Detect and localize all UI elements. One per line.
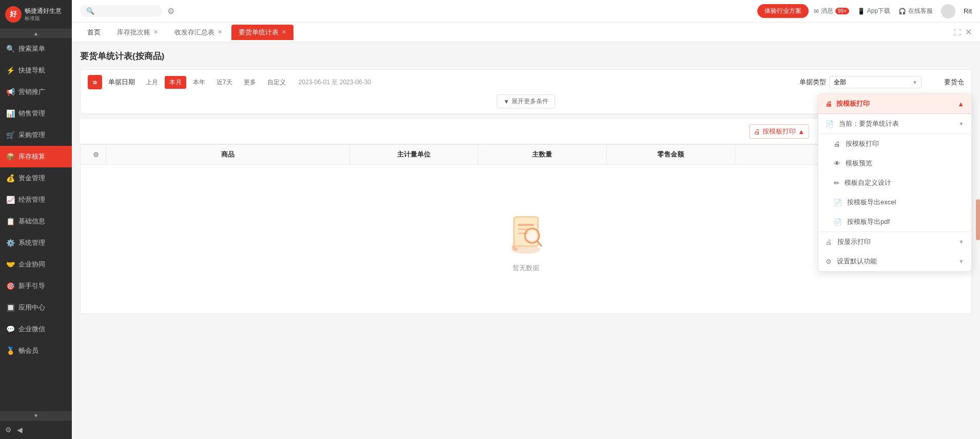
system-icon: ⚙️: [5, 239, 15, 247]
sidebar-item-wechat[interactable]: 💬 企业微信: [0, 318, 72, 340]
topbar: 🔍 ⚙ 体验行业方案 ✉ 消息 99+ 📱 App下载 🎧 在线客服 Rit: [72, 0, 980, 23]
date-btn-prev-month[interactable]: 上月: [141, 76, 163, 89]
expand-more-btn[interactable]: ▼ 展开更多条件: [497, 94, 555, 108]
dropdown-header-label: 按模板打印: [836, 99, 870, 108]
finance-icon: 💰: [5, 174, 15, 182]
topbar-gear-icon[interactable]: ⚙: [167, 6, 174, 16]
date-btn-cur-year[interactable]: 本年: [188, 76, 210, 89]
topbar-search-input[interactable]: [97, 8, 149, 15]
sidebar-item-app-center[interactable]: 🔲 应用中心: [0, 297, 72, 318]
tab-batch-close[interactable]: ✕: [153, 29, 158, 35]
online-service-btn[interactable]: 🎧 在线客服: [898, 7, 933, 15]
type-select[interactable]: 全部 要货单: [829, 76, 922, 88]
empty-icon: [500, 206, 552, 257]
sidebar-item-quick-nav[interactable]: ⚡ 快捷导航: [0, 60, 72, 81]
sidebar-item-label: 营销推广: [18, 87, 45, 97]
dropdown-item-template-design[interactable]: ✏ 模板自定义设计: [818, 173, 971, 193]
messages-badge: 99+: [835, 8, 849, 14]
sidebar-item-search[interactable]: 🔍 搜索菜单: [0, 38, 72, 60]
template-print-label: 按模板打印: [846, 139, 879, 148]
app-name: 畅捷通好生意: [25, 7, 62, 15]
tab-order-close[interactable]: ✕: [282, 29, 286, 35]
basic-icon: 📋: [5, 217, 15, 225]
messages-label: 消息: [821, 7, 833, 15]
filter-toggle-btn[interactable]: »: [88, 75, 102, 89]
app-download-btn[interactable]: 📱 App下载: [857, 7, 890, 15]
tab-close-all-icon[interactable]: ✕: [965, 27, 972, 37]
sidebar-item-marketing[interactable]: 📢 营销推广: [0, 81, 72, 103]
sidebar-item-label: 基础信息: [18, 217, 45, 226]
sidebar-logo: 好 畅捷通好生意 标准版: [0, 0, 72, 29]
sidebar-item-finance[interactable]: 💰 资金管理: [0, 167, 72, 189]
sidebar-scroll-up[interactable]: ▲: [0, 29, 72, 38]
display-print-icon: 🖨: [826, 238, 832, 246]
tab-maximize-icon[interactable]: ⛶: [954, 28, 961, 36]
tab-summary-close[interactable]: ✕: [218, 29, 222, 35]
filter-type-group: 单据类型 全部 要货单: [799, 76, 922, 88]
trial-btn[interactable]: 体验行业方案: [757, 4, 809, 18]
sidebar-item-label: 采购管理: [18, 130, 45, 140]
member-icon: 🏅: [5, 347, 15, 355]
sidebar-item-sales[interactable]: 📊 销售管理: [0, 103, 72, 124]
tab-batch[interactable]: 库存批次账 ✕: [110, 25, 165, 40]
column-settings[interactable]: ⚙: [86, 146, 106, 164]
sidebar-scroll-down[interactable]: ▼: [0, 411, 72, 420]
chevron-down-icon: ▼: [503, 98, 509, 105]
date-btn-7days[interactable]: 近7天: [212, 76, 237, 89]
date-btn-cur-month[interactable]: 本月: [165, 76, 186, 89]
dropdown-current-item[interactable]: 📄 当前：要货单统计表 ▼: [818, 114, 971, 133]
date-btn-group: 上月 本月 本年 近7天 更多 自定义: [141, 76, 290, 89]
user-name: Rit: [964, 7, 972, 15]
tab-batch-label: 库存批次账: [117, 28, 150, 37]
empty-text: 暂无数据: [513, 263, 539, 273]
search-icon: 🔍: [5, 45, 15, 53]
dropdown-display-print[interactable]: 🖨 按显示打印 ▼: [818, 232, 971, 252]
tab-summary[interactable]: 收发存汇总表 ✕: [167, 25, 229, 40]
sidebar-item-system[interactable]: ⚙️ 系统管理: [0, 232, 72, 254]
marketing-icon: 📢: [5, 88, 15, 96]
current-expand-arrow: ▼: [958, 121, 964, 127]
dropdown-item-export-pdf[interactable]: 📄 按模板导出pdf: [818, 212, 971, 232]
tab-order[interactable]: 要货单统计表 ✕: [231, 25, 293, 40]
dropdown-item-export-excel[interactable]: 📄 按模板导出excel: [818, 193, 971, 212]
export-excel-label: 按模板导出excel: [847, 198, 896, 207]
dropdown-item-template-preview[interactable]: 👁 模板预览: [818, 154, 971, 173]
svg-point-7: [527, 231, 537, 241]
print-btn[interactable]: 🖨 按模板打印 ▲: [749, 124, 809, 139]
collapse-icon[interactable]: ◀: [17, 426, 23, 434]
default-func-icon: ⚙: [826, 258, 832, 265]
sidebar-item-purchase[interactable]: 🛒 采购管理: [0, 124, 72, 146]
collab-icon: 🤝: [5, 260, 15, 269]
column-amount: 零售金额: [607, 145, 735, 164]
sidebar-item-label: 企业协同: [18, 260, 45, 269]
user-avatar[interactable]: [941, 4, 955, 18]
sidebar-item-label: 经营管理: [18, 195, 45, 204]
settings-bottom-icon[interactable]: ⚙: [5, 426, 12, 434]
dropdown-current-left: 📄 当前：要货单统计表: [826, 119, 899, 128]
operation-icon: 📈: [5, 196, 15, 204]
sidebar-item-collab[interactable]: 🤝 企业协同: [0, 254, 72, 275]
sidebar-item-inventory[interactable]: 📦 库存核算: [0, 146, 72, 167]
inventory-icon: 📦: [5, 152, 15, 161]
app-center-icon: 🔲: [5, 303, 15, 312]
dropdown-close-icon[interactable]: ▲: [957, 100, 964, 108]
dropdown-item-template-print[interactable]: 🖨 按模板打印: [818, 134, 971, 154]
sidebar-item-guide[interactable]: 🎯 新手引导: [0, 275, 72, 297]
right-scrollbar[interactable]: [976, 199, 980, 240]
sidebar-item-member[interactable]: 🏅 畅会员: [0, 340, 72, 361]
dropdown-default-func[interactable]: ⚙ 设置默认功能 ▼: [818, 252, 971, 271]
topbar-search-box[interactable]: 🔍: [80, 5, 162, 17]
tab-home[interactable]: 首页: [80, 25, 108, 40]
messages-btn[interactable]: ✉ 消息 99+: [814, 7, 849, 15]
current-template-icon: 📄: [826, 120, 834, 128]
date-btn-custom[interactable]: 自定义: [263, 76, 290, 89]
online-service-label: 在线客服: [908, 7, 933, 15]
sidebar-item-operation[interactable]: 📈 经营管理: [0, 189, 72, 211]
template-design-icon: ✏: [834, 179, 839, 187]
sidebar-item-basic[interactable]: 📋 基础信息: [0, 211, 72, 232]
tab-bar: 首页 库存批次账 ✕ 收发存汇总表 ✕ 要货单统计表 ✕ ⛶ ✕: [72, 23, 980, 42]
dropdown-header: 🖨 按模板打印 ▲: [818, 94, 971, 114]
column-unit: 主计量单位: [350, 145, 478, 164]
date-btn-more[interactable]: 更多: [239, 76, 261, 89]
sidebar-item-label: 系统管理: [18, 238, 45, 247]
